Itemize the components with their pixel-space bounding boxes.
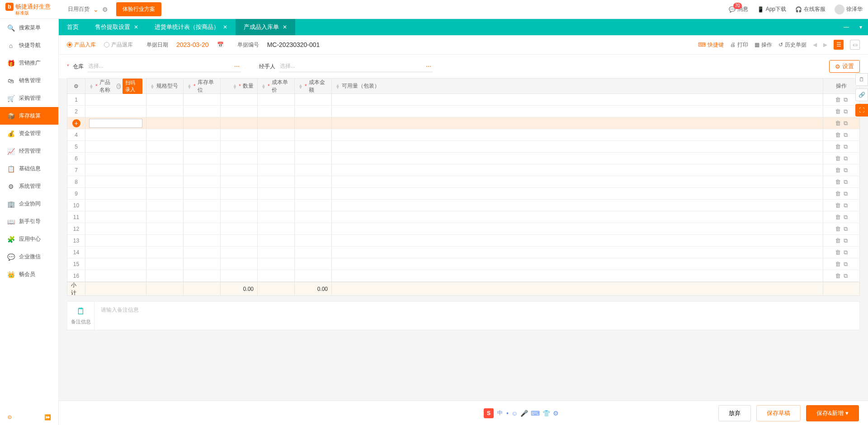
sidebar-item-5[interactable]: 📦库存核算 [0,107,58,125]
col-qty[interactable]: ▲▼*数量 [221,79,258,93]
sidebar-item-11[interactable]: 📖新手引导 [0,213,58,230]
delete-icon[interactable]: 🗑 [835,108,841,115]
sidebar-item-3[interactable]: 🛍销售管理 [0,72,58,89]
table-row[interactable]: 1🗑 ⧉ [67,94,859,106]
table-row[interactable]: 9🗑 ⧉ [67,188,859,200]
col-unit[interactable]: ▲▼*库存单位 [184,79,221,93]
table-row[interactable]: 7🗑 ⧉ [67,164,859,176]
table-row[interactable]: 16🗑 ⧉ [67,270,859,282]
remark-input[interactable]: 请输入备注信息 [94,302,859,330]
tab-1[interactable]: 售价提取设置✕ [87,19,146,35]
rail-expand-icon[interactable]: ⛶ [855,104,868,117]
logo[interactable]: b 畅捷通好生意 标准版 [5,3,59,16]
copy-icon[interactable]: ⧉ [844,190,848,197]
col-product-name[interactable]: ▲▼*产品名称?扫码录入 [85,79,146,93]
sidebar-item-1[interactable]: ⌂快捷导航 [0,37,58,54]
settings-button[interactable]: ⚙ 设置 [829,60,860,73]
table-row[interactable]: 10🗑 ⧉ [67,200,859,211]
delete-icon[interactable]: 🗑 [835,237,841,244]
col-spec[interactable]: ▲▼规格型号 [146,79,184,93]
col-price[interactable]: ▲▼*成本单价 [258,79,295,93]
doc-date-value[interactable]: 2023-03-20 [176,41,209,48]
tab-2[interactable]: 进货单统计表（按商品）✕ [146,19,236,35]
radio-product-in[interactable]: 产品入库 [67,41,96,49]
sidebar-item-12[interactable]: 🧩应用中心 [0,230,58,248]
sidebar-item-9[interactable]: ⚙系统管理 [0,177,58,195]
delete-icon[interactable]: 🗑 [835,120,841,126]
warehouse-select[interactable]: 选择... ⋯ [87,61,241,72]
table-row[interactable]: 4🗑 ⧉ [67,129,859,141]
prev-icon[interactable]: ◀ [813,42,817,48]
ime-tools[interactable]: •☺🎤⌨👕⚙ [506,410,559,417]
sidebar-item-10[interactable]: 🏢企业协同 [0,195,58,213]
copy-icon[interactable]: ⧉ [844,108,848,115]
delete-icon[interactable]: 🗑 [835,155,841,162]
settings-icon[interactable]: ⚙ [7,414,12,420]
sidebar-item-6[interactable]: 💰资金管理 [0,125,58,142]
delete-icon[interactable]: 🗑 [835,202,841,209]
app-select[interactable]: 日用百货 ⌄ ⚙ [68,5,108,13]
try-industry-button[interactable]: 体验行业方案 [116,2,161,16]
copy-icon[interactable]: ⧉ [844,120,848,127]
table-row[interactable]: 12🗑 ⧉ [67,223,859,235]
messages-button[interactable]: 💬 70 消息 [729,5,748,13]
table-row[interactable]: 15🗑 ⧉ [67,258,859,270]
copy-icon[interactable]: ⧉ [844,167,848,174]
hotkey-button[interactable]: ⌨快捷键 [698,41,724,49]
print-button[interactable]: 🖨打印 [730,41,748,49]
close-icon[interactable]: ✕ [134,24,138,30]
copy-icon[interactable]: ⧉ [844,202,848,209]
next-icon[interactable]: ▶ [823,42,827,48]
copy-icon[interactable]: ⧉ [844,178,848,186]
close-icon[interactable]: ✕ [223,24,227,30]
scan-input-button[interactable]: 扫码录入 [123,79,142,94]
support-button[interactable]: 🎧 在线客服 [795,5,826,13]
table-row[interactable]: 11🗑 ⧉ [67,211,859,223]
copy-icon[interactable]: ⧉ [844,131,848,139]
tab-0[interactable]: 首页 [59,19,87,35]
table-row[interactable]: 2🗑 ⧉ [67,106,859,117]
handler-select[interactable]: 选择... ⋯ [279,61,433,72]
user-menu[interactable]: 徐泽华 [835,5,863,14]
delete-icon[interactable]: 🗑 [835,143,841,150]
delete-icon[interactable]: 🗑 [835,131,841,138]
col-amount[interactable]: ▲▼*成本金额 [295,79,332,93]
delete-icon[interactable]: 🗑 [835,96,841,103]
close-icon[interactable]: ✕ [283,24,287,30]
sidebar-item-8[interactable]: 📋基础信息 [0,160,58,177]
view-list-toggle[interactable]: ☰ [834,40,844,50]
tab-menu-button[interactable]: ▾ [854,19,868,35]
product-name-input[interactable] [89,119,142,128]
copy-icon[interactable]: ⧉ [844,225,848,233]
copy-icon[interactable]: ⧉ [844,237,848,244]
save-draft-button[interactable]: 保存草稿 [756,405,801,421]
tab-minimize-button[interactable]: — [839,19,854,35]
copy-icon[interactable]: ⧉ [844,155,848,162]
delete-icon[interactable]: 🗑 [835,261,841,267]
collapse-icon[interactable]: ⏩ [44,414,51,420]
history-button[interactable]: ↺历史单据 [778,41,807,49]
sidebar-item-4[interactable]: 🛒采购管理 [0,89,58,107]
copy-icon[interactable]: ⧉ [844,143,848,150]
tab-3[interactable]: 产成品入库单✕ [236,19,295,35]
copy-icon[interactable]: ⧉ [844,261,848,268]
copy-icon[interactable]: ⧉ [844,249,848,256]
table-row[interactable]: 14🗑 ⧉ [67,247,859,258]
discard-button[interactable]: 放弃 [718,405,751,421]
col-available[interactable]: ▲▼可用量（包装） [332,79,823,93]
sidebar-item-2[interactable]: 🎁营销推广 [0,54,58,72]
sidebar-item-7[interactable]: 📈经营管理 [0,142,58,160]
add-row-icon[interactable]: + [72,119,80,127]
radio-product-out[interactable]: 产品退库 [104,41,133,49]
rail-note-icon[interactable]: 🗒 [855,73,868,86]
view-card-toggle[interactable]: ▭ [850,40,860,50]
table-row[interactable]: 8🗑 ⧉ [67,176,859,188]
table-row[interactable]: 5🗑 ⧉ [67,141,859,153]
copy-icon[interactable]: ⧉ [844,96,848,103]
gear-icon[interactable]: ⚙ [102,6,108,13]
save-new-button[interactable]: 保存&新增 ▾ [806,405,859,421]
delete-icon[interactable]: 🗑 [835,225,841,232]
operations-button[interactable]: ▦操作 [755,41,772,49]
app-download-button[interactable]: 📱 App下载 [757,5,786,13]
table-row[interactable]: 13🗑 ⧉ [67,235,859,247]
